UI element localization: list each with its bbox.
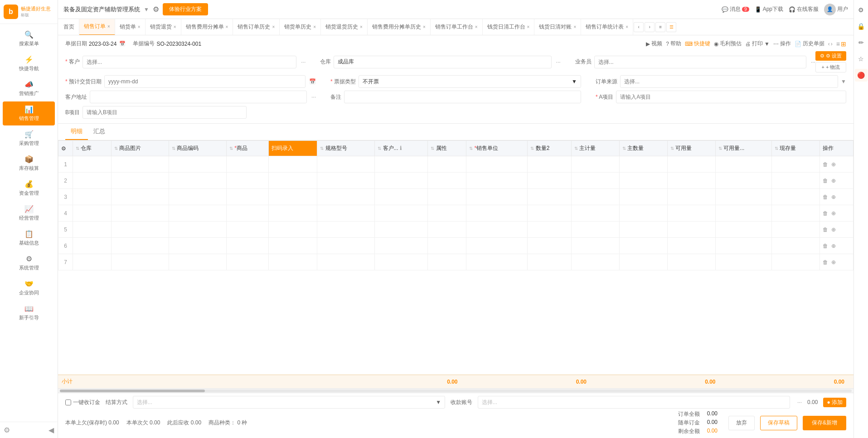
invoice-select[interactable]: 不开票 ▼ (359, 75, 581, 88)
row-1-attribute[interactable] (428, 156, 466, 173)
row-4-sales-unit[interactable] (466, 205, 528, 221)
tab-reconcile-close[interactable]: × (573, 24, 576, 29)
tab-sales-invoice[interactable]: 销货单 × (115, 19, 145, 35)
row-5-attribute[interactable] (428, 221, 466, 238)
tab-sales-order-history[interactable]: 销售订单历史 × (233, 19, 280, 35)
row-7-delete-btn[interactable]: 🗑 (823, 259, 828, 265)
row-7-main-unit[interactable] (572, 254, 620, 270)
row-6-available2[interactable] (715, 238, 771, 254)
next-record-btn[interactable]: › (831, 41, 833, 47)
prev-record-btn[interactable]: ‹ (828, 41, 830, 47)
row-7-spec[interactable] (317, 254, 375, 270)
row-7-main-qty[interactable] (620, 254, 668, 270)
row-7-current-stock[interactable] (771, 254, 820, 270)
row-1-spec[interactable] (317, 156, 375, 173)
row-6-qty2[interactable] (528, 238, 572, 254)
row-3-copy-btn[interactable]: ⊕ (831, 194, 836, 200)
row-1-customer-order[interactable] (375, 156, 428, 173)
tab-detail[interactable]: 明细 (65, 124, 88, 140)
row-1-copy-btn[interactable]: ⊕ (831, 161, 836, 168)
row-5-product-image[interactable] (111, 221, 169, 238)
row-4-warehouse[interactable] (73, 205, 112, 221)
row-6-copy-btn[interactable]: ⊕ (831, 243, 836, 249)
scroll-track[interactable] (60, 390, 852, 392)
row-6-product-code[interactable] (169, 238, 226, 254)
tab-invoice-history[interactable]: 销货单历史 × (280, 19, 321, 35)
message-icon-item[interactable]: 💬 消息 9 (722, 5, 749, 13)
sidebar-item-quicknav[interactable]: ⚡ 快捷导航 (3, 52, 55, 76)
tab-order-workbench-close[interactable]: × (475, 24, 478, 29)
tab-order-workbench[interactable]: 销售订单工作台 × (431, 19, 483, 35)
settings-button[interactable]: ⚙ ⚙ 设置 (815, 51, 846, 61)
online-service-item[interactable]: 🎧 在线客服 (789, 5, 819, 13)
sidebar-item-inventory[interactable]: 📦 库存核算 (3, 151, 55, 175)
right-icon-settings[interactable]: ⚙ (855, 4, 868, 16)
history-btn[interactable]: 📄 历史单据 (795, 40, 824, 48)
grid-view-btn[interactable]: ⊞ (841, 40, 846, 48)
tab-summary[interactable]: 汇总 (88, 124, 111, 140)
row-5-customer-order[interactable] (375, 221, 428, 238)
row-2-attribute[interactable] (428, 173, 466, 189)
row-7-product-code[interactable] (169, 254, 226, 270)
row-2-available[interactable] (668, 173, 716, 189)
row-7-scan[interactable] (269, 254, 317, 270)
customer-input[interactable] (82, 56, 296, 68)
add-payment-btn[interactable]: ● 添加 (823, 398, 846, 407)
row-1-sales-unit[interactable] (466, 156, 528, 173)
tab-sales-fee[interactable]: 销售费用分摊单 × (181, 19, 233, 35)
tab-more-btn[interactable]: ☰ (666, 22, 676, 32)
row-7-warehouse[interactable] (73, 254, 112, 270)
solution-btn[interactable]: 体验行业方案 (163, 3, 208, 15)
tab-reconcile[interactable]: 钱货日清对账 × (534, 19, 581, 35)
row-3-main-qty[interactable] (620, 189, 668, 205)
row-5-delete-btn[interactable]: 🗑 (823, 226, 828, 233)
view-btn[interactable]: ▶ 视频 (646, 40, 662, 48)
tab-prev-btn[interactable]: ‹ (634, 22, 644, 32)
sidebar-item-search[interactable]: 🔍 搜索菜单 (3, 27, 55, 51)
row-6-product[interactable] (226, 238, 268, 254)
b-project-input[interactable] (82, 106, 247, 119)
row-6-delete-btn[interactable]: 🗑 (823, 243, 828, 249)
row-3-current-stock[interactable] (771, 189, 820, 205)
remark-input[interactable] (344, 91, 581, 103)
tab-sales-stats[interactable]: 销售订单统计表 × (581, 19, 633, 35)
save-new-button[interactable]: 保存&新增 (803, 416, 846, 430)
tab-return-history-close[interactable]: × (360, 24, 363, 29)
row-3-sales-unit[interactable] (466, 189, 528, 205)
row-2-customer-order[interactable] (375, 173, 428, 189)
row-1-product-code[interactable] (169, 156, 226, 173)
tab-sales-order-close[interactable]: × (107, 24, 110, 29)
row-6-current-stock[interactable] (771, 238, 820, 254)
order-source-input[interactable] (620, 75, 838, 88)
tab-next-btn[interactable]: › (645, 22, 655, 32)
row-4-attribute[interactable] (428, 205, 466, 221)
row-5-scan[interactable] (269, 221, 317, 238)
settings-bottom-icon[interactable]: ⚙ (4, 426, 10, 434)
row-4-available[interactable] (668, 205, 716, 221)
row-4-copy-btn[interactable]: ⊕ (831, 210, 836, 217)
tab-daily-workbench[interactable]: 钱货日清工作台 × (483, 19, 535, 35)
dropdown-arrow[interactable]: ▼ (144, 6, 149, 13)
row-5-sales-unit[interactable] (466, 221, 528, 238)
row-4-customer-order[interactable] (375, 205, 428, 221)
sidebar-item-marketing[interactable]: 📣 营销推广 (3, 77, 55, 101)
row-2-warehouse[interactable] (73, 173, 112, 189)
row-7-available[interactable] (668, 254, 716, 270)
horizontal-scrollbar[interactable] (58, 388, 853, 393)
scroll-thumb[interactable] (60, 390, 205, 392)
row-2-available2[interactable] (715, 173, 771, 189)
tab-daily-workbench-close[interactable]: × (527, 24, 530, 29)
sidebar-item-purchase[interactable]: 🛒 采购管理 (3, 126, 55, 150)
row-5-current-stock[interactable] (771, 221, 820, 238)
tab-sales-order[interactable]: 销售订单 × (79, 19, 115, 35)
tab-return-history[interactable]: 销货退货历史 × (321, 19, 368, 35)
th-settings[interactable]: ⚙ (58, 141, 73, 156)
row-5-warehouse[interactable] (73, 221, 112, 238)
row-7-copy-btn[interactable]: ⊕ (831, 259, 836, 265)
row-1-qty2[interactable] (528, 156, 572, 173)
row-4-qty2[interactable] (528, 205, 572, 221)
row-5-main-qty[interactable] (620, 221, 668, 238)
row-3-available2[interactable] (715, 189, 771, 205)
row-2-sales-unit[interactable] (466, 173, 528, 189)
right-icon-edit[interactable]: ✏ (855, 36, 868, 49)
